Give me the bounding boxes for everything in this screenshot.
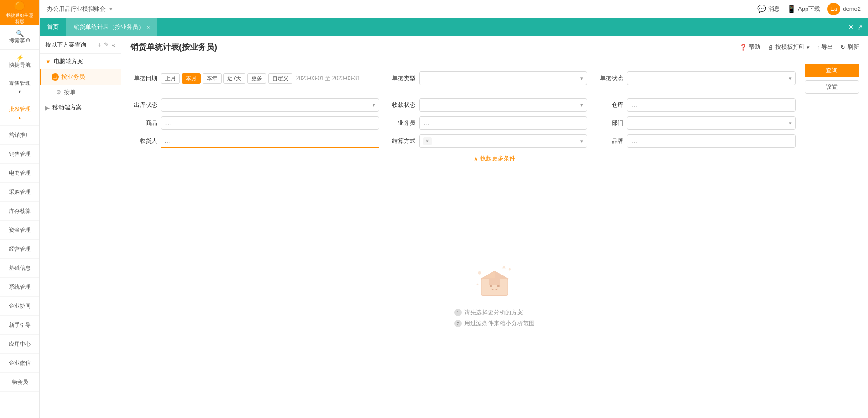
date-picker-group: 上月 本月 本年 近7天 更多 自定义 2023-03-01 至 2023-03… [161, 73, 360, 84]
sidebar-item-basic[interactable]: 基础信息 [0, 259, 39, 278]
sidebar-search[interactable]: 🔍 搜索菜单 [0, 25, 39, 50]
sidebar-quick-nav[interactable]: ⚡ 快捷导航 [0, 50, 39, 74]
tab-close-icon[interactable]: × [147, 24, 150, 30]
sidebar-item-inventory[interactable]: 库存核算 [0, 202, 39, 221]
goods-dots: … [165, 119, 172, 127]
clear-x-icon[interactable]: × [426, 138, 429, 144]
export-action[interactable]: ↑ 导出 [817, 43, 834, 51]
filter-row-4: 收货人 … 结算方式 × ▾ [130, 134, 859, 148]
doc-status-select[interactable]: ▾ [627, 71, 796, 85]
header-right: 💬 消息 📱 App下载 Ea demo2 [757, 3, 861, 15]
sidebar-item-ecommerce[interactable]: 电商管理 [0, 164, 39, 183]
date-range-text: 2023-03-01 至 2023-03-31 [296, 75, 360, 82]
doc-type-filter: 单据类型 ▾ [388, 71, 588, 85]
message-button[interactable]: 💬 消息 [757, 5, 780, 13]
logo-text: 畅捷通好生意 [6, 12, 33, 19]
sidebar-item-guide[interactable]: 新手引导 [0, 316, 39, 335]
tab-bar: 首页 销货单统计表（按业务员） × × ⤢ [40, 18, 868, 36]
system-label: 系统管理 [9, 283, 31, 291]
dept-arrow: ▾ [789, 120, 792, 126]
logo-icon: 🟠 [14, 0, 25, 11]
app-download-button[interactable]: 📱 App下载 [787, 5, 820, 13]
retail-arrow: ▾ [19, 89, 21, 94]
salesperson-scheme-icon: 业 [52, 73, 59, 81]
sidebar-item-wholesale[interactable]: 批发管理 ▴ [0, 100, 39, 126]
page-title: 销货单统计表(按业务员) [130, 42, 217, 52]
export-icon: ↑ [817, 44, 820, 51]
tab-maximize-btn[interactable]: ⤢ [857, 23, 863, 32]
warehouse-select[interactable]: … [627, 98, 796, 112]
header-title: 办公用品行业模拟账套 [47, 5, 106, 13]
sidebar: 🟠 畅捷通好生意 标版 🔍 搜索菜单 ⚡ 快捷导航 零售管理 ▾ 批发管理 ▴ … [0, 0, 40, 418]
out-status-select[interactable]: ▾ [161, 98, 379, 112]
msg-icon: 💬 [757, 5, 766, 13]
sidebar-item-system[interactable]: 系统管理 [0, 278, 39, 297]
wholesale-arrow: ▴ [19, 115, 21, 120]
desktop-group-header[interactable]: ▼ 电脑端方案 [40, 54, 121, 69]
sidebar-item-management[interactable]: 经营管理 [0, 240, 39, 259]
edit-scheme-icon[interactable]: ✎ [104, 41, 109, 48]
filter-row-2: 出库状态 ▾ 收款状态 ▾ 仓库 [130, 98, 859, 112]
tab-sales-stats[interactable]: 销货单统计表（按业务员） × [66, 18, 157, 36]
collapse-filter-btn[interactable]: ∧ 收起更多条件 [468, 152, 521, 164]
consignee-input[interactable]: … [161, 134, 379, 148]
mobile-group-header[interactable]: ▶ 移动端方案 [40, 100, 121, 115]
help-action[interactable]: ❓ 帮助 [740, 43, 760, 51]
scheme-by-order[interactable]: ⚙ 按单 [40, 85, 121, 100]
inventory-label: 库存核算 [9, 207, 31, 215]
goods-select[interactable]: … [161, 116, 379, 130]
btn-7days[interactable]: 近7天 [223, 73, 245, 84]
goods-filter: 商品 … [130, 116, 379, 130]
payment-select[interactable]: × ▾ [419, 134, 588, 148]
out-status-filter: 出库状态 ▾ [130, 98, 379, 112]
goods-label: 商品 [130, 119, 157, 127]
step-2-text: 用过滤条件来缩小分析范围 [464, 319, 535, 328]
sidebar-item-enterprise[interactable]: 企业协同 [0, 297, 39, 316]
btn-this-month[interactable]: 本月 [182, 73, 201, 84]
sidebar-item-finance[interactable]: 资金管理 [0, 221, 39, 240]
consignee-label: 收货人 [130, 137, 157, 145]
sidebar-item-wechat[interactable]: 企业微信 [0, 354, 39, 373]
sidebar-item-purchase[interactable]: 采购管理 [0, 183, 39, 202]
settings-button[interactable]: 设置 [805, 80, 859, 94]
btn-custom[interactable]: 自定义 [268, 73, 292, 84]
payment-clear-tag[interactable]: × [423, 137, 432, 145]
print-action[interactable]: 🖨 按模板打印 ▾ [768, 43, 810, 51]
tab-home[interactable]: 首页 [40, 18, 66, 36]
query-buttons-container: 查询 设置 [805, 63, 859, 94]
sidebar-item-marketing[interactable]: 营销推广 [0, 126, 39, 145]
doc-status-arrow: ▾ [789, 76, 792, 81]
consignee-filter: 收货人 … [130, 134, 379, 148]
collapse-scheme-icon[interactable]: « [112, 41, 115, 48]
print-dropdown-icon: ▾ [807, 44, 810, 51]
sidebar-item-retail[interactable]: 零售管理 ▾ [0, 74, 39, 100]
query-button[interactable]: 查询 [805, 64, 859, 77]
tab-close-btn[interactable]: × [849, 23, 853, 31]
brand-select[interactable]: … [627, 134, 796, 148]
filter-row-1: 单据日期 上月 本月 本年 近7天 更多 自定义 2023-03-01 至 20… [130, 63, 859, 94]
department-select[interactable]: ▾ [627, 116, 796, 130]
salesperson-select[interactable]: … [419, 116, 588, 130]
btn-more[interactable]: 更多 [247, 73, 266, 84]
add-scheme-icon[interactable]: + [98, 41, 101, 48]
btn-this-year[interactable]: 本年 [203, 73, 222, 84]
order-scheme-label: 按单 [64, 88, 75, 96]
print-label: 按模板打印 [775, 43, 805, 51]
scheme-panel: 按以下方案查询 + ✎ « ▼ 电脑端方案 业 按业务员 ⚙ 按单 [40, 36, 121, 418]
sidebar-item-appstore[interactable]: 应用中心 [0, 335, 39, 354]
purchase-label: 采购管理 [9, 188, 31, 196]
header-dropdown-icon[interactable]: ▾ [109, 5, 113, 12]
sidebar-item-member[interactable]: 畅会员 [0, 373, 39, 392]
receipt-status-select[interactable]: ▾ [419, 98, 588, 112]
refresh-action[interactable]: ↻ 刷新 [840, 43, 859, 51]
salesperson-dots: … [423, 119, 430, 127]
wechat-label: 企业微信 [9, 359, 31, 367]
consignee-dots: … [165, 137, 172, 144]
sidebar-item-sales[interactable]: 销售管理 [0, 145, 39, 164]
doc-type-select[interactable]: ▾ [419, 71, 588, 85]
scheme-by-salesperson[interactable]: 业 按业务员 [40, 69, 121, 85]
btn-last-month[interactable]: 上月 [161, 73, 180, 84]
export-label: 导出 [821, 43, 833, 51]
desktop-scheme-group: ▼ 电脑端方案 业 按业务员 ⚙ 按单 [40, 54, 121, 100]
department-filter: 部门 ▾ [596, 116, 796, 130]
